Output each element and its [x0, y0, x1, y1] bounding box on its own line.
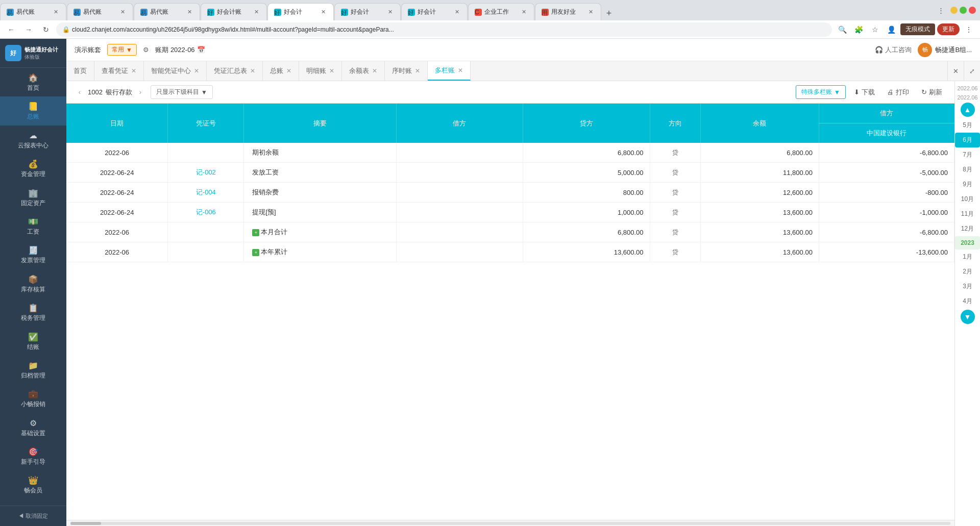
page-tab-close-button[interactable]: ✕ [458, 67, 463, 74]
print-button[interactable]: 🖨 打印 [883, 86, 913, 99]
collapse-sidebar-button[interactable]: ◀ 取消固定 [4, 510, 62, 522]
browser-tab-7[interactable]: C 企业工作 ✕ [468, 3, 534, 20]
sidebar-item-发票管理[interactable]: 🧾 发票管理 [0, 240, 66, 269]
consult-button[interactable]: 🎧 人工咨询 [875, 45, 912, 55]
refresh-button[interactable]: ↻ [39, 22, 53, 37]
scroll-up-button[interactable]: ▲ [961, 103, 975, 117]
extension-icon-btn[interactable]: 🧩 [851, 22, 866, 37]
sidebar-item-新手引导[interactable]: 🎯 新手引导 [0, 442, 66, 470]
profile-icon-btn[interactable]: 👤 [884, 22, 898, 37]
next-account-button[interactable]: › [135, 87, 145, 97]
sidebar-item-库存核算[interactable]: 📦 库存核算 [0, 269, 66, 298]
show-sub-accounts-button[interactable]: 只显示下级科目 ▼ [151, 85, 213, 99]
browser-tab-4[interactable]: 好 好会计 ✕ [267, 3, 334, 20]
settings-icon-button[interactable]: ⚙ [143, 46, 149, 54]
bottom-scrollbar[interactable] [66, 520, 954, 526]
tabs-resize-button[interactable]: ⤢ [964, 61, 980, 81]
page-tab-close-button[interactable]: ✕ [286, 67, 291, 74]
star-icon-btn[interactable]: ☆ [868, 22, 882, 37]
sidebar-item-畅会员[interactable]: 👑 畅会员 [0, 470, 66, 499]
new-tab-button[interactable]: + [602, 6, 616, 20]
tab-list-button[interactable]: ⋮ [938, 7, 944, 14]
close-button[interactable] [969, 7, 976, 14]
scroll-track[interactable] [70, 522, 950, 525]
page-tab-close-button[interactable]: ✕ [131, 67, 136, 74]
page-tab-智能凭证中心[interactable]: 智能凭证中心✕ [144, 61, 207, 81]
tabs-expand-button[interactable]: ✕ [947, 61, 964, 81]
browser-tab-2[interactable]: 易 易代账 ✕ [134, 3, 200, 20]
month-item-2022-11月[interactable]: 11月 [955, 207, 980, 221]
month-item-2022-5月[interactable]: 5月 [955, 118, 980, 133]
minimize-button[interactable] [950, 7, 958, 14]
sidebar-item-首页[interactable]: 🏠 首页 [0, 68, 66, 96]
sidebar-item-归档管理[interactable]: 📁 归档管理 [0, 356, 66, 384]
browser-tab-0[interactable]: 易 易代账 ✕ [0, 3, 66, 20]
search-icon-btn[interactable]: 🔍 [835, 22, 849, 37]
demo-tag[interactable]: 常用 ▼ [107, 44, 137, 56]
sidebar-item-工资[interactable]: 💵 工资 [0, 212, 66, 240]
tab-close-button[interactable]: ✕ [52, 8, 60, 16]
browser-tab-6[interactable]: 好 好会计 ✕ [401, 3, 468, 20]
browser-tab-8[interactable]: 用 用友好业 ✕ [535, 3, 601, 20]
browser-tab-5[interactable]: 好 好会计 ✕ [334, 3, 401, 20]
browser-tab-3[interactable]: 好 好会计账 ✕ [201, 3, 267, 20]
voucher-link[interactable]: 记-006 [196, 208, 216, 216]
month-item-2023-1月[interactable]: 1月 [955, 249, 980, 264]
month-item-2022-10月[interactable]: 10月 [955, 192, 980, 207]
page-tab-close-button[interactable]: ✕ [372, 67, 377, 74]
address-box[interactable]: 🔒 cloud2.chanjet.com/accounting/uh26t264… [56, 22, 832, 37]
download-button[interactable]: ⬇ 下载 [850, 86, 879, 99]
month-item-2022-12月[interactable]: 12月 [955, 221, 980, 236]
incognito-badge[interactable]: 无痕模式 [900, 23, 935, 35]
sidebar-item-基础设置[interactable]: ⚙ 基础设置 [0, 413, 66, 442]
scroll-thumb[interactable] [70, 522, 101, 525]
maximize-button[interactable] [960, 7, 967, 14]
sidebar-item-固定资产[interactable]: 🏢 固定资产 [0, 183, 66, 212]
calendar-icon[interactable]: 📅 [197, 46, 205, 54]
month-item-2023-3月[interactable]: 3月 [955, 279, 980, 294]
tab-close-button[interactable]: ✕ [118, 8, 127, 16]
page-tab-序时账[interactable]: 序时账✕ [385, 61, 428, 81]
month-item-2022-7月[interactable]: 7月 [955, 147, 980, 162]
sidebar-item-云报表中心[interactable]: ☁ 云报表中心 [0, 126, 66, 154]
month-item-2022-6月[interactable]: 6月 [955, 133, 980, 147]
page-tab-首页[interactable]: 首页 [66, 61, 94, 81]
page-tab-明细账[interactable]: 明细账✕ [299, 61, 342, 81]
back-button[interactable]: ← [4, 22, 18, 37]
page-tab-close-button[interactable]: ✕ [415, 67, 420, 74]
tab-close-button[interactable]: ✕ [319, 8, 327, 16]
sidebar-item-总账[interactable]: 📒 总账 [0, 96, 66, 125]
page-tab-总账[interactable]: 总账✕ [263, 61, 299, 81]
tab-close-button[interactable]: ✕ [386, 8, 394, 16]
page-tab-close-button[interactable]: ✕ [194, 67, 199, 74]
page-tab-close-button[interactable]: ✕ [329, 67, 334, 74]
sidebar-item-资金管理[interactable]: 💰 资金管理 [0, 154, 66, 183]
scroll-down-button[interactable]: ▼ [961, 310, 975, 324]
menu-icon-btn[interactable]: ⋮ [962, 22, 976, 37]
page-tab-余额表[interactable]: 余额表✕ [342, 61, 385, 81]
page-tab-查看凭证[interactable]: 查看凭证✕ [94, 61, 144, 81]
page-tab-多栏账[interactable]: 多栏账✕ [428, 61, 471, 81]
month-item-2023-2月[interactable]: 2月 [955, 264, 980, 279]
prev-account-button[interactable]: ‹ [75, 87, 85, 97]
page-tab-凭证汇总表[interactable]: 凭证汇总表✕ [207, 61, 263, 81]
user-name[interactable]: 畅捷通B组... [935, 45, 972, 55]
tab-close-button[interactable]: ✕ [453, 8, 461, 16]
voucher-link[interactable]: 记-004 [196, 188, 216, 196]
month-item-2022-9月[interactable]: 9月 [955, 177, 980, 192]
sidebar-item-小畅报销[interactable]: 💼 小畅报销 [0, 384, 66, 413]
refresh-button[interactable]: ↻ 刷新 [917, 86, 946, 99]
browser-tab-1[interactable]: 易 易代账 ✕ [67, 3, 133, 20]
voucher-link[interactable]: 记-002 [196, 168, 216, 176]
tab-close-button[interactable]: ✕ [586, 8, 595, 16]
tab-close-button[interactable]: ✕ [252, 8, 260, 16]
sidebar-item-结账[interactable]: ✅ 结账 [0, 327, 66, 356]
forward-button[interactable]: → [21, 22, 36, 37]
page-tab-close-button[interactable]: ✕ [250, 67, 255, 74]
sidebar-item-税务管理[interactable]: 📋 税务管理 [0, 298, 66, 327]
tab-close-button[interactable]: ✕ [185, 8, 193, 16]
month-item-2023-4月[interactable]: 4月 [955, 294, 980, 309]
update-badge[interactable]: 更新 [937, 23, 960, 35]
month-item-2022-8月[interactable]: 8月 [955, 162, 980, 177]
special-multicolumn-button[interactable]: 特殊多栏账 ▼ [796, 85, 846, 99]
